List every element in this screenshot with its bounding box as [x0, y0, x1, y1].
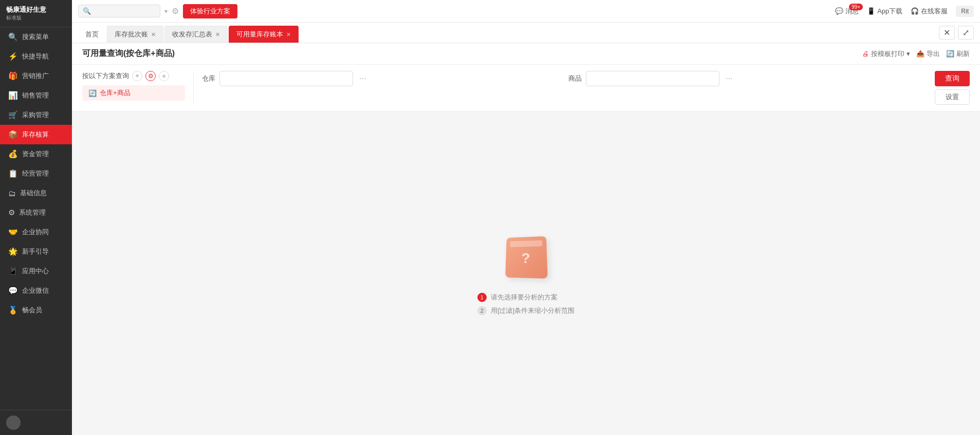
sidebar-icon-basic-info: 🗂 — [8, 189, 16, 198]
sidebar-item-sys-mgmt[interactable]: ⚙系统管理 — [0, 203, 72, 222]
tab-home[interactable]: 首页 — [78, 26, 106, 43]
sidebar-icon-inventory: 📦 — [8, 130, 18, 139]
sidebar-label-membership: 畅会员 — [22, 306, 42, 315]
sidebar-logo: 畅康通好生意 标准版 — [0, 0, 72, 27]
filter-area: 按以下方案查询 + ⚙ « 🔄 仓库+商品 仓库 ··· 商品 — [72, 65, 980, 111]
sidebar-label-fund-mgmt: 资金管理 — [22, 149, 49, 159]
close-tab-button[interactable]: ✕ — [939, 26, 955, 40]
sidebar-label-basic-info: 基础信息 — [20, 188, 47, 198]
page-header: 可用量查询(按仓库+商品) 🖨 按模板打印 ▾ 📤 导出 🔄 刷新 — [72, 43, 980, 65]
filter-divider — [193, 71, 194, 105]
sidebar-item-search[interactable]: 🔍搜索菜单 — [0, 27, 72, 47]
sidebar-label-wechat: 企业微信 — [22, 286, 49, 295]
tab-available-qty[interactable]: 可用量库存账本✕ — [229, 26, 299, 43]
manage-scheme-btn[interactable]: ⚙ — [145, 71, 156, 81]
message-btn[interactable]: 💬 消息 99+ — [835, 7, 859, 16]
tabs-right-actions: ✕ ⤢ — [939, 26, 974, 43]
sidebar-icon-search: 🔍 — [8, 32, 18, 42]
sidebar-icon-fund-mgmt: 💰 — [8, 149, 18, 159]
search-input[interactable] — [93, 8, 144, 15]
avatar — [6, 415, 21, 430]
gear-icon[interactable]: ⚙ — [172, 6, 179, 16]
export-action[interactable]: 📤 导出 — [916, 49, 940, 59]
message-badge: 99+ — [849, 4, 863, 10]
sidebar-item-purchase-mgmt[interactable]: 🛒采购管理 — [0, 105, 72, 125]
warehouse-field: 仓库 ··· — [202, 71, 562, 86]
sidebar-label-purchase-mgmt: 采购管理 — [22, 110, 49, 120]
sidebar-icon-purchase-mgmt: 🛒 — [8, 110, 18, 120]
sidebar-icon-collab: 🤝 — [8, 228, 18, 237]
sidebar-icon-app-center: 📱 — [8, 267, 18, 276]
sidebar-item-basic-info[interactable]: 🗂基础信息 — [0, 183, 72, 203]
sidebar-item-biz-mgmt[interactable]: 📋经营管理 — [0, 164, 72, 183]
add-scheme-btn[interactable]: + — [132, 71, 142, 81]
expand-tab-button[interactable]: ⤢ — [958, 26, 974, 40]
tab-label-home: 首页 — [85, 30, 99, 39]
tabs-bar: 首页库存批次账✕收发存汇总表✕可用量库存账本✕ ✕ ⤢ — [72, 23, 980, 43]
tab-close-batch-account[interactable]: ✕ — [151, 31, 156, 38]
collapse-btn[interactable]: « — [159, 71, 169, 81]
scheme-item-warehouse-product[interactable]: 🔄 仓库+商品 — [82, 85, 185, 101]
topbar-right: 💬 消息 99+ 📱 App下载 🎧 在线客服 Rit — [835, 6, 974, 17]
empty-icon — [495, 231, 557, 282]
sidebar-label-collab: 企业协同 — [22, 228, 49, 237]
tab-batch-account[interactable]: 库存批次账✕ — [107, 26, 163, 43]
print-icon: 🖨 — [862, 50, 869, 58]
tab-close-recv-summary[interactable]: ✕ — [215, 31, 220, 38]
sidebar-item-sales-mgmt[interactable]: 📊销售管理 — [0, 86, 72, 105]
filter-row-1: 仓库 ··· 商品 ··· — [202, 71, 929, 86]
scheme-item-label: 仓库+商品 — [100, 88, 131, 98]
product-more-icon[interactable]: ··· — [726, 74, 732, 83]
sidebar-item-inventory[interactable]: 📦库存核算 — [0, 125, 72, 144]
hint-text-2: 用[过滤]条件来缩小分析范围 — [491, 306, 575, 315]
sidebar-label-marketing-promo: 营销推广 — [22, 71, 49, 81]
print-chevron-icon[interactable]: ▾ — [907, 50, 910, 58]
print-label: 按模板打印 — [871, 49, 904, 59]
print-action[interactable]: 🖨 按模板打印 ▾ — [862, 49, 910, 59]
app-download-btn[interactable]: 📱 App下载 — [867, 7, 902, 16]
sidebar-nav: 🔍搜索菜单⚡快捷导航🎁营销推广📊销售管理🛒采购管理📦库存核算💰资金管理📋经营管理… — [0, 27, 72, 410]
tab-recv-summary[interactable]: 收发存汇总表✕ — [164, 26, 228, 43]
service-btn[interactable]: 🎧 在线客服 — [911, 7, 948, 16]
tab-close-available-qty[interactable]: ✕ — [286, 31, 291, 38]
sidebar-item-membership[interactable]: 🏅畅会员 — [0, 300, 72, 320]
empty-hints: 1请先选择要分析的方案2用[过滤]条件来缩小分析范围 — [477, 293, 575, 315]
query-button[interactable]: 查询 — [935, 71, 970, 86]
sidebar-icon-biz-mgmt: 📋 — [8, 169, 18, 178]
sidebar-item-app-center[interactable]: 📱应用中心 — [0, 261, 72, 281]
sidebar-item-collab[interactable]: 🤝企业协同 — [0, 222, 72, 242]
sidebar-item-fund-mgmt[interactable]: 💰资金管理 — [0, 144, 72, 164]
sidebar-item-shortcut[interactable]: ⚡快捷导航 — [0, 47, 72, 66]
chevron-down-icon[interactable]: ▾ — [164, 8, 168, 15]
hint-num-1: 1 — [477, 293, 487, 302]
warehouse-more-icon[interactable]: ··· — [359, 74, 366, 83]
headset-icon: 🎧 — [911, 7, 919, 15]
app-label: App下载 — [877, 7, 902, 16]
sidebar-icon-marketing-promo: 🎁 — [8, 71, 18, 81]
filter-fields: 仓库 ··· 商品 ··· — [202, 71, 929, 86]
user-name[interactable]: Rit — [956, 6, 974, 17]
topbar-search-box[interactable]: 🔍 — [78, 5, 160, 17]
product-input[interactable] — [586, 71, 719, 86]
sidebar-label-search: 搜索菜单 — [22, 32, 49, 42]
refresh-action[interactable]: 🔄 刷新 — [946, 49, 970, 59]
sidebar-item-marketing-promo[interactable]: 🎁营销推广 — [0, 66, 72, 86]
tab-label-recv-summary: 收发存汇总表 — [172, 30, 212, 39]
sidebar-item-wechat[interactable]: 💬企业微信 — [0, 281, 72, 300]
tab-label-available-qty: 可用量库存账本 — [236, 30, 283, 39]
sidebar-bottom[interactable] — [0, 410, 72, 435]
sidebar-label-biz-mgmt: 经营管理 — [22, 169, 49, 178]
empty-hint-2: 2用[过滤]条件来缩小分析范围 — [477, 306, 575, 315]
sidebar-icon-sales-mgmt: 📊 — [8, 91, 18, 100]
content-area: 1请先选择要分析的方案2用[过滤]条件来缩小分析范围 — [72, 111, 980, 435]
tab-label-batch-account: 库存批次账 — [115, 30, 148, 39]
refresh-icon: 🔄 — [946, 50, 954, 58]
product-label: 商品 — [568, 74, 582, 83]
topbar: 🔍 ▾ ⚙ 体验行业方案 💬 消息 99+ 📱 App下载 🎧 在线客服 Rit — [72, 0, 980, 23]
warehouse-input[interactable] — [219, 71, 353, 86]
refresh-label: 刷新 — [956, 49, 970, 59]
filter-action-buttons: 查询 设置 — [935, 71, 970, 105]
sidebar-item-guide[interactable]: 🌟新手引导 — [0, 242, 72, 261]
settings-button[interactable]: 设置 — [935, 89, 970, 105]
trial-button[interactable]: 体验行业方案 — [183, 4, 237, 18]
